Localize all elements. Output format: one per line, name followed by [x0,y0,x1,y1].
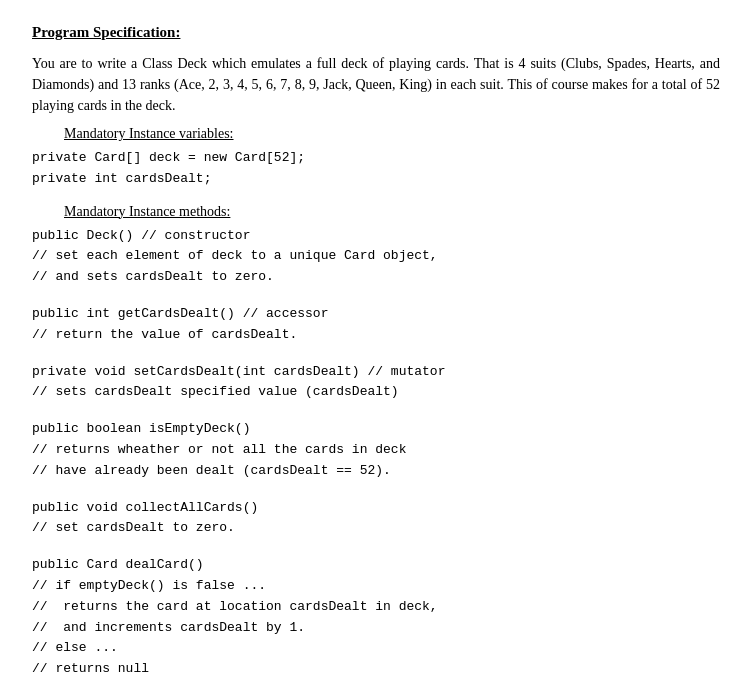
method-code: public boolean isEmptyDeck() // returns … [32,419,720,481]
instance-methods-label: Mandatory Instance methods: [64,204,720,220]
instance-variables-label: Mandatory Instance variables: [64,126,720,142]
page-title: Program Specification: [32,24,720,41]
description-text: You are to write a Class Deck which emul… [32,53,720,116]
method-block: public Card dealCard() // if emptyDeck()… [32,555,720,680]
method-code: public Card dealCard() // if emptyDeck()… [32,555,720,680]
method-code: public int getCardsDealt() // accessor /… [32,304,720,346]
instance-variables-code: private Card[] deck = new Card[52]; priv… [32,148,720,190]
method-block: public boolean isEmptyDeck() // returns … [32,419,720,481]
method-code: public Deck() // constructor // set each… [32,226,720,288]
method-block: public void collectAllCards() // set car… [32,498,720,540]
method-block: private void setCardsDealt(int cardsDeal… [32,362,720,404]
method-block: public Deck() // constructor // set each… [32,226,720,288]
method-block: public int getCardsDealt() // accessor /… [32,304,720,346]
method-code: public void collectAllCards() // set car… [32,498,720,540]
method-code: private void setCardsDealt(int cardsDeal… [32,362,720,404]
methods-container: public Deck() // constructor // set each… [32,226,720,690]
